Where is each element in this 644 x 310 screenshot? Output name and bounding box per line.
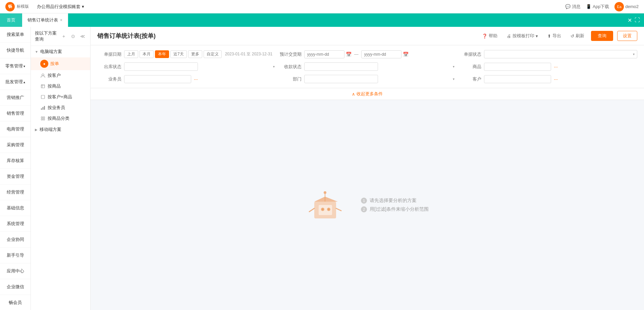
date-range-separator: — — [354, 52, 359, 57]
scheme-item-label-by-category: 按商品分类 — [48, 115, 69, 121]
btn-this-month[interactable]: 本月 — [140, 50, 154, 58]
sidebar-item-wechat[interactable]: 企业微信 — [0, 279, 31, 295]
status-col: ▾ — [484, 50, 637, 58]
scheme-item-by-salesperson[interactable]: 按业务员 — [31, 102, 90, 113]
pc-scheme-group-header[interactable]: ▼ 电脑端方案 — [31, 46, 90, 57]
receive-status-select[interactable] — [304, 62, 378, 71]
receive-chevron-icon: ▾ — [453, 65, 454, 68]
scheme-item-label-by-customer: 按客户 — [48, 72, 61, 79]
user-menu[interactable]: Ea demo2 — [614, 2, 639, 11]
sidebar-label-inventory: 库存核算 — [7, 158, 24, 164]
tab-close-icon[interactable]: × — [60, 18, 62, 22]
sidebar-item-retail[interactable]: 零售管理 ▾ — [0, 58, 31, 74]
sidebar-item-marketing[interactable]: 营销推广 — [0, 90, 31, 106]
sidebar-label-basic-info: 基础信息 — [7, 205, 24, 211]
help-btn[interactable]: ❓ 帮助 — [479, 32, 500, 40]
sidebar-item-purchase[interactable]: 采购管理 — [0, 137, 31, 153]
expected-date-start[interactable] — [304, 50, 344, 58]
date-quick-btns: 上月 本月 本年 近7天 更多 自定义 — [124, 50, 222, 58]
by-customer-product-icon — [40, 94, 46, 100]
dept-chevron-icon: ▾ — [453, 77, 454, 81]
sidebar-item-inventory[interactable]: 库存核算 — [0, 153, 31, 169]
tab-home-label: 首页 — [7, 17, 15, 23]
left-panel: 按以下方案查询 + ⊙ ≪ ▼ 电脑端方案 ● 按单 — [31, 27, 91, 310]
refresh-btn[interactable]: ↺ 刷新 — [568, 32, 587, 40]
sidebar-item-search-menu[interactable]: 搜索菜单 — [0, 27, 31, 43]
customer-more-btn[interactable]: ··· — [554, 76, 558, 82]
scheme-item-by-order[interactable]: ● 按单 — [31, 57, 90, 70]
print-arrow-icon: ▾ — [536, 34, 538, 39]
message-btn[interactable]: 💬 消息 — [565, 4, 581, 10]
sidebar-label-sales: 销售管理 — [7, 110, 24, 116]
salesperson-more-btn[interactable]: ··· — [194, 76, 198, 82]
app-selector[interactable]: 办公用品行业模拟账套 ▾ — [37, 4, 84, 10]
collapse-panel-btn[interactable]: ≪ — [79, 33, 86, 40]
settings-scheme-btn[interactable]: ⊙ — [69, 33, 77, 40]
scheme-item-label-by-order: 按单 — [50, 61, 59, 67]
salesperson-input[interactable] — [124, 75, 191, 83]
refresh-icon: ↺ — [571, 34, 574, 39]
by-salesperson-icon — [40, 105, 46, 110]
customer-input[interactable] — [484, 75, 551, 83]
sidebar-item-member[interactable]: 畅会员 — [0, 295, 31, 310]
collapse-bar[interactable]: ∧ 收起更多条件 — [91, 88, 644, 100]
message-label: 消息 — [572, 4, 581, 10]
window-maximize-btn[interactable]: ⛶ — [635, 17, 640, 23]
status-select[interactable] — [484, 50, 637, 58]
dept-col: ▾ — [304, 75, 458, 83]
sidebar-item-app-center[interactable]: 应用中心 — [0, 263, 31, 279]
btn-custom[interactable]: 自定义 — [204, 50, 222, 58]
window-close-btn[interactable]: ✕ — [628, 17, 632, 23]
expected-date-end[interactable] — [361, 50, 401, 58]
sidebar-item-basic-info[interactable]: 基础信息 — [0, 200, 31, 216]
sidebar-item-enterprise[interactable]: 企业协同 — [0, 232, 31, 248]
sidebar-item-wholesale[interactable]: 批发管理 ▴ — [0, 74, 31, 90]
svg-point-17 — [324, 191, 326, 194]
product-input[interactable] — [484, 63, 551, 71]
product-more-btn[interactable]: ··· — [554, 64, 558, 69]
sidebar-label-purchase: 采购管理 — [7, 142, 24, 148]
active-scheme-dot: ● — [40, 60, 48, 68]
sidebar-item-system[interactable]: 系统管理 — [0, 216, 31, 232]
filter-row-3: 业务员 ··· 部门 ▾ 客户 — [97, 75, 637, 83]
ship-status-col: ▾ — [124, 62, 277, 71]
template-print-btn[interactable]: 🖨 按模板打印 ▾ — [504, 32, 541, 40]
ship-status-select[interactable] — [124, 62, 198, 71]
settings-button[interactable]: 设置 — [617, 31, 637, 41]
btn-last7[interactable]: 近7天 — [170, 50, 187, 58]
sidebar-item-quick-nav[interactable]: 快捷导航 — [0, 43, 31, 58]
scheme-item-by-category[interactable]: 按商品分类 — [31, 113, 90, 124]
pc-scheme-group: ▼ 电脑端方案 ● 按单 按客户 — [31, 46, 90, 124]
calendar-end-icon[interactable]: 📅 — [403, 52, 409, 57]
filter-area: 单据日期 上月 本月 本年 近7天 更多 自定义 2023-01-01 至 20… — [91, 45, 644, 88]
scheme-item-by-customer[interactable]: 按客户 — [31, 70, 90, 81]
btn-last-month[interactable]: 上月 — [124, 50, 138, 58]
app-download-btn[interactable]: 📱 App下载 — [586, 4, 609, 10]
sidebar-item-ecommerce[interactable]: 电商管理 — [0, 121, 31, 137]
scheme-item-by-product[interactable]: 按商品 — [31, 81, 90, 92]
calendar-start-icon[interactable]: 📅 — [346, 52, 352, 57]
sidebar-item-finance[interactable]: 资金管理 — [0, 169, 31, 185]
scheme-item-label-by-customer-product: 按客户+商品 — [48, 94, 72, 100]
customer-label: 客户 — [457, 76, 484, 82]
dept-select[interactable] — [304, 75, 378, 83]
btn-more[interactable]: 更多 — [188, 50, 202, 58]
salesperson-col: ··· — [124, 75, 277, 83]
query-button[interactable]: 查询 — [591, 31, 613, 41]
print-icon: 🖨 — [507, 34, 511, 39]
btn-this-year[interactable]: 本年 — [155, 50, 169, 58]
export-btn[interactable]: ⬆ 导出 — [545, 32, 564, 40]
sidebar-item-sales[interactable]: 销售管理 — [0, 106, 31, 121]
step-1-text: 请先选择要分析的方案 — [370, 198, 417, 204]
sidebar-item-newbie[interactable]: 新手引导 — [0, 248, 31, 263]
sidebar-item-operations[interactable]: 经营管理 — [0, 185, 31, 200]
tab-home[interactable]: 首页 — [0, 13, 22, 27]
template-print-label: 按模板打印 — [513, 33, 534, 39]
top-bar-left: 畅 标模版 办公用品行业模拟账套 ▾ — [5, 2, 84, 11]
empty-content: 1 请先选择要分析的方案 2 用[过滤]条件来缩小分析范围 — [306, 187, 429, 223]
mobile-scheme-group-header[interactable]: ▶ 移动端方案 — [31, 124, 90, 135]
add-scheme-btn[interactable]: + — [60, 33, 67, 40]
scheme-item-by-customer-product[interactable]: 按客户+商品 — [31, 92, 90, 102]
tab-sales-order-stats[interactable]: 销售订单统计表 × — [22, 13, 68, 27]
svg-rect-1 — [41, 85, 45, 88]
